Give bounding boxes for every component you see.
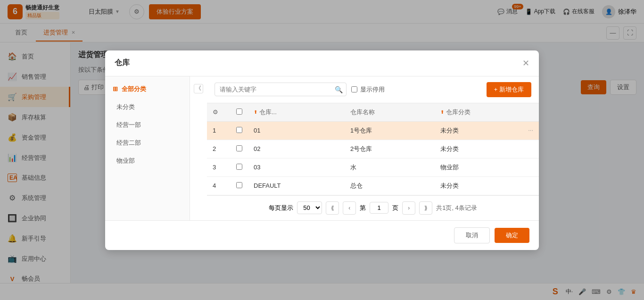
gear-icon: ⚙ [213,108,218,116]
row-name: 1号仓库 [345,121,435,140]
th-category: ⬆ 仓库分类 [435,103,539,122]
modal-footer: 取消 确定 [105,220,539,250]
modal-overlay: 仓库 ✕ ⊞ 全部分类 未分类 经营一部 经营二部 物业部 《 [0,0,644,300]
table-row[interactable]: 3 03 水 物业部 [207,158,539,176]
warehouse-table: ⚙ ⬆ 仓库... [207,103,539,195]
add-warehouse-button[interactable]: + 新增仓库 [487,82,531,97]
row-select-checkbox[interactable] [236,164,242,170]
row-select-checkbox[interactable] [236,127,242,133]
row-checkbox [231,140,248,158]
row-code: 03 [248,158,345,176]
select-all-checkbox[interactable] [236,108,242,115]
cancel-button[interactable]: 取消 [454,227,490,243]
row-name: 2号仓库 [345,140,435,158]
modal-close-button[interactable]: ✕ [522,58,529,68]
modal-header: 仓库 ✕ [105,50,539,76]
table-body: 1 01 1号仓库 未分类 ··· [207,121,539,195]
category-item-ops2[interactable]: 经营二部 [105,134,190,152]
page-number-input[interactable]: 1 [370,202,388,214]
show-disabled-checkbox[interactable] [351,86,357,92]
row-category: 未分类 [435,140,539,158]
th-name: 仓库名称 [345,103,435,122]
row-index: 2 [207,140,231,158]
row-category: 未分类 [435,176,539,195]
collapse-panel-button[interactable]: 《 [194,84,203,93]
table-row[interactable]: 2 02 2号仓库 未分类 [207,140,539,158]
row-category: 未分类 ··· [435,121,539,140]
table-toolbar: 🔍 显示停用 + 新增仓库 [207,76,539,103]
table-row[interactable]: 1 01 1号仓库 未分类 ··· [207,121,539,140]
next-page-button[interactable]: › [402,201,415,215]
first-page-button[interactable]: ⟪ [326,201,339,215]
row-name: 总仓 [345,176,435,195]
confirm-button[interactable]: 确定 [495,228,529,243]
row-index: 3 [207,158,231,176]
last-page-button[interactable]: ⟫ [419,201,432,215]
row-category: 物业部 [435,158,539,176]
row-checkbox [231,158,248,176]
row-code: DEFAULT [248,176,345,195]
th-settings: ⚙ [207,103,231,122]
show-disabled-label[interactable]: 显示停用 [351,85,385,94]
row-name: 水 [345,158,435,176]
search-input-wrap: 🔍 [215,83,347,96]
row-code: 01 [248,121,345,140]
row-checkbox [231,121,248,140]
row-select-checkbox[interactable] [236,182,242,188]
row-more-icon[interactable]: ··· [528,126,533,133]
category-item-uncategorized[interactable]: 未分类 [105,98,190,116]
table-head: ⚙ ⬆ 仓库... [207,103,539,122]
row-code: 02 [248,140,345,158]
prev-page-button[interactable]: ‹ [343,201,356,215]
row-select-checkbox[interactable] [236,145,242,151]
row-index: 1 [207,121,231,140]
table-panel: 🔍 显示停用 + 新增仓库 ⚙ [207,76,539,220]
panel-collapse-area: 《 [190,76,207,220]
search-button[interactable]: 🔍 [335,86,343,93]
all-categories-item[interactable]: ⊞ 全部分类 [105,80,190,98]
row-index: 4 [207,176,231,195]
modal-body: ⊞ 全部分类 未分类 经营一部 经营二部 物业部 《 🔍 [105,76,539,220]
grid-icon: ⊞ [113,85,118,92]
category-panel: ⊞ 全部分类 未分类 经营一部 经营二部 物业部 [105,76,190,220]
sort-icon-2: ⬆ [440,109,444,115]
sort-icon: ⬆ [254,109,257,115]
th-code: ⬆ 仓库... [248,103,345,122]
pagination: 每页显示 50 ⟪ ‹ 第 1 页 › ⟫ 共1页, 4条记录 [207,195,539,220]
search-input[interactable] [215,83,347,96]
modal-title: 仓库 [115,58,130,68]
table-container: ⚙ ⬆ 仓库... [207,103,539,195]
th-checkbox [231,103,248,122]
table-row[interactable]: 4 DEFAULT 总仓 未分类 [207,176,539,195]
category-item-ops1[interactable]: 经营一部 [105,116,190,134]
page-size-select[interactable]: 50 [297,201,322,214]
row-checkbox [231,176,248,195]
category-item-property[interactable]: 物业部 [105,152,190,170]
warehouse-modal: 仓库 ✕ ⊞ 全部分类 未分类 经营一部 经营二部 物业部 《 [105,50,539,250]
